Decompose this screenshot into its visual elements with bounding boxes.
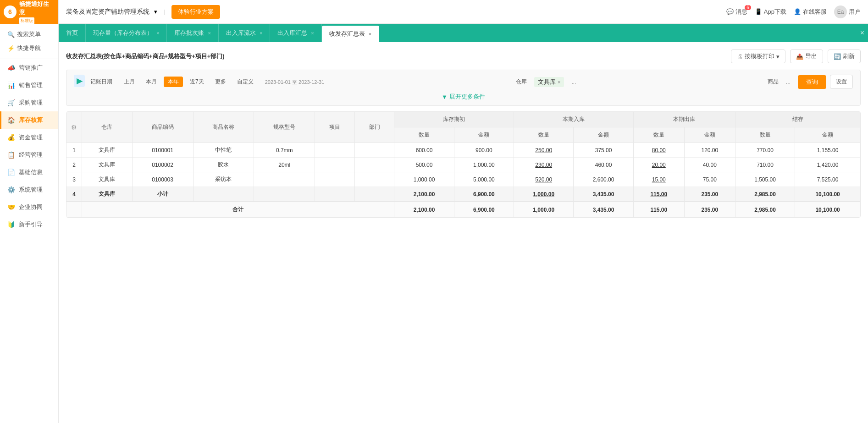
td-no: 3 [66,172,82,187]
tab-close-icon[interactable]: × [260,30,262,36]
tab-label: 收发存汇总表 [329,30,365,38]
td-out-qty[interactable]: 15.00 [633,172,684,187]
divider: | [164,8,165,15]
td-in-qty[interactable]: 230.00 [514,158,574,172]
warehouse-tag-text: 文具库 [538,78,556,86]
header-right: 💬 消息 6 📱 App下载 👤 在线客服 Ea 用户 [726,5,861,18]
total-row: 合计 2,100.00 6,900.00 1,000.00 3,435.00 1… [66,202,860,217]
td-goods-name: 采访本 [193,172,254,187]
td-out-qty[interactable]: 80.00 [633,143,684,158]
goods-more-btn[interactable]: ... [786,79,791,85]
operations-icon: 📋 [7,151,15,159]
sidebar-item-label: 资金管理 [19,133,43,142]
filter-settings-btn[interactable]: 设置 [830,75,853,89]
user-action[interactable]: Ea 用户 [834,5,861,18]
table-settings-btn[interactable]: ⚙ [71,124,77,131]
td-opening-qty: 2,100.00 [394,187,454,202]
header-left: 装备及固定资产辅助管理系统 ▾ | 体验行业方案 [66,5,220,19]
close-all-tabs[interactable]: × [860,29,864,37]
sidebar-item-sales[interactable]: 📊 销售管理 [0,77,58,94]
expand-btn[interactable]: ▼ 展开更多条件 [442,93,485,101]
td-goods-spec [254,172,315,187]
td-empty2 [254,187,315,202]
td-empty1 [193,187,254,202]
td-no: 1 [66,143,82,158]
sidebar-item-guide[interactable]: 🔰 新手引导 [0,216,58,233]
tab-batch[interactable]: 库存批次账 × [167,24,218,42]
td-goods-spec: 20ml [254,158,315,172]
td-out-qty[interactable]: 115.00 [633,187,684,202]
th-in-amt: 金额 [574,127,633,143]
print-btn[interactable]: 🖨 按模板打印 ▾ [731,49,785,63]
export-icon: 📤 [796,53,803,60]
date-btn-this-month[interactable]: 本月 [142,77,161,87]
td-opening-amt: 6,900.00 [454,187,514,202]
td-in-qty[interactable]: 520.00 [514,172,574,187]
trial-btn[interactable]: 体验行业方案 [171,5,220,19]
query-btn[interactable]: 查询 [798,75,826,89]
sidebar-item-system[interactable]: ⚙️ 系统管理 [0,181,58,198]
date-btn-this-year[interactable]: 本年 [164,77,183,87]
sidebar-item-marketing[interactable]: 📣 营销推广 [0,59,58,77]
tab-inventory-dist[interactable]: 现存量（库存分布表） × [86,24,167,42]
sidebar-item-operations[interactable]: 📋 经营管理 [0,146,58,164]
sales-icon: 📊 [7,82,15,89]
date-btn-more[interactable]: 更多 [211,77,230,87]
system-title: 装备及固定资产辅助管理系统 [66,8,149,16]
th-dept: 部门 [354,112,394,143]
tab-close-icon[interactable]: × [311,30,314,36]
system-dropdown[interactable]: ▾ [154,8,157,15]
th-group-closing: 结存 [735,112,860,127]
td-project [315,172,355,187]
tab-receive-send-summary[interactable]: 收发存汇总表 × [322,26,379,42]
filter-expand-row: ▼ 展开更多条件 [74,93,853,101]
search-menu-item[interactable]: 🔍 搜索菜单 [4,27,55,41]
export-btn[interactable]: 📤 导出 [790,49,823,63]
tab-close-icon[interactable]: × [156,30,159,36]
quick-nav-item[interactable]: ⚡ 快捷导航 [4,41,55,55]
warehouse-more-btn[interactable]: ... [571,79,576,85]
date-btn-last-month[interactable]: 上月 [120,77,139,87]
td-in-qty[interactable]: 250.00 [514,143,574,158]
td-closing-amt: 7,525.00 [795,172,860,187]
warehouse-tag-close[interactable]: × [558,79,560,85]
td-warehouse: 文具库 [82,187,133,202]
online-service-action[interactable]: 👤 在线客服 [794,8,827,16]
th-group-in: 本期入库 [514,112,634,127]
td-goods-name: 胶水 [193,158,254,172]
td-closing-qty: 710.00 [735,158,795,172]
td-out-qty[interactable]: 20.00 [633,158,684,172]
sidebar-item-cooperation[interactable]: 🤝 企业协同 [0,198,58,216]
sidebar-item-basic[interactable]: 📄 基础信息 [0,164,58,181]
filter-collapse-btn[interactable]: ▶ [74,75,85,87]
refresh-btn[interactable]: 🔄 刷新 [828,49,861,63]
message-action[interactable]: 💬 消息 6 [726,8,747,16]
inventory-icon: 🏠 [7,116,15,124]
app-download-action[interactable]: 📱 App下载 [755,8,786,16]
td-total-opening-qty: 2,100.00 [394,202,454,217]
dropdown-icon: ▾ [154,8,157,15]
sidebar-item-purchase[interactable]: 🛒 采购管理 [0,94,58,111]
td-in-qty[interactable]: 1,000.00 [514,187,574,202]
tab-home[interactable]: 首页 [59,24,86,42]
th-goods-name: 商品名称 [193,112,254,143]
date-btn-7days[interactable]: 近7天 [186,77,208,87]
expand-label: 展开更多条件 [449,93,485,101]
td-closing-amt: 10,100.00 [795,187,860,202]
td-subtotal-label: 小计 [132,187,193,202]
sidebar-item-label: 营销推广 [19,64,43,72]
tab-close-icon[interactable]: × [369,31,371,37]
tab-close-icon[interactable]: × [208,30,210,36]
td-total-in-qty: 1,000.00 [514,202,574,217]
td-goods-spec: 0.7mm [254,143,315,158]
date-options: 上月 本月 本年 近7天 更多 自定义 [120,77,258,87]
sidebar-item-inventory[interactable]: 🏠 库存核算 [0,111,58,129]
tab-inout-flow[interactable]: 出入库流水 × [219,24,270,42]
td-total-opening-amt: 6,900.00 [454,202,514,217]
cooperation-icon: 🤝 [7,203,15,211]
sidebar-item-finance[interactable]: 💰 资金管理 [0,129,58,146]
tab-inout-summary[interactable]: 出入库汇总 × [270,24,321,42]
date-btn-custom[interactable]: 自定义 [233,77,258,87]
th-closing-amt: 金额 [795,127,860,143]
system-icon: ⚙️ [7,186,15,193]
